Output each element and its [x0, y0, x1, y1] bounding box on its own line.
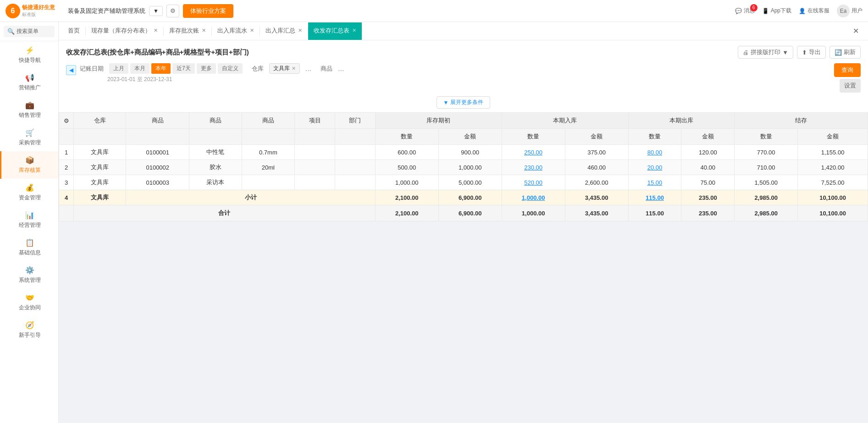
- sidebar-item-basic-info[interactable]: 📋 基础信息: [0, 234, 58, 261]
- row-in-qty[interactable]: 250.00: [502, 145, 565, 160]
- support-item[interactable]: 👤 在线客服: [799, 7, 829, 15]
- sidebar-item-marketing[interactable]: 📢 营销推广: [0, 69, 58, 96]
- support-icon: 👤: [799, 8, 806, 14]
- total-label: 合计: [74, 205, 376, 221]
- row-dept: [335, 160, 376, 175]
- subtotal-out-amt: 235.00: [681, 190, 735, 205]
- tab-close-inout-flow[interactable]: ✕: [250, 27, 254, 33]
- total-in-qty: 1,000.00: [502, 205, 565, 221]
- app-tag: 标准版: [22, 11, 55, 17]
- sidebar-item-cooperation[interactable]: 🤝 企业协同: [0, 289, 58, 316]
- row-out-qty[interactable]: 15.00: [628, 175, 681, 190]
- th-group-balance: 结存: [735, 113, 868, 129]
- filter-dots-1[interactable]: ...: [305, 65, 311, 73]
- subtotal-in-qty[interactable]: 1,000.00: [502, 190, 565, 205]
- sidebar-item-label: 快捷导航: [19, 56, 41, 64]
- download-item[interactable]: 📱 App下载: [762, 7, 791, 15]
- th-code-sub: [126, 129, 189, 145]
- row-num: 2: [59, 160, 74, 175]
- row-out-qty[interactable]: 20.00: [628, 160, 681, 175]
- tab-inout-summary[interactable]: 出入库汇总 ✕: [260, 22, 308, 40]
- tab-home[interactable]: 首页: [62, 22, 85, 40]
- row-out-amt: 120.00: [681, 145, 735, 160]
- date-last-month[interactable]: 上月: [109, 63, 128, 74]
- row-project: [295, 160, 335, 175]
- date-more[interactable]: 更多: [197, 63, 216, 74]
- purchase-icon: 🛒: [25, 128, 34, 137]
- table-settings-col-header[interactable]: ⚙: [59, 113, 74, 129]
- date-7days[interactable]: 近7天: [172, 63, 195, 74]
- data-table: ⚙ 仓库 商品 商品 商品 项目 部门 库存期初 本期入库 本期出库: [59, 112, 868, 221]
- sidebar-item-purchase[interactable]: 🛒 采购管理: [0, 124, 58, 151]
- th-goods-spec: 商品: [242, 113, 295, 129]
- sidebar-item-sales[interactable]: 💼 销售管理: [0, 96, 58, 124]
- tab-inout-flow[interactable]: 出入库流水 ✕: [212, 22, 260, 40]
- close-all-tabs[interactable]: ✕: [847, 27, 864, 35]
- operations-icon: 📊: [25, 211, 34, 220]
- total-out-amt: 235.00: [681, 205, 735, 221]
- sidebar-item-guide[interactable]: 🧭 新手引导: [0, 316, 58, 344]
- th-balance-amt: 金额: [798, 129, 868, 145]
- sidebar-item-label: 资金管理: [19, 194, 41, 202]
- sidebar-item-quick-nav[interactable]: ⚡ 快捷导航: [0, 41, 58, 69]
- sidebar-item-system[interactable]: ⚙️ 系统管理: [0, 261, 58, 289]
- tab-inventory-dist[interactable]: 现存量（库存分布表） ✕: [86, 22, 163, 40]
- total-opening-amt: 6,900.00: [438, 205, 502, 221]
- trial-button[interactable]: 体验行业方案: [183, 4, 233, 18]
- row-balance-qty: 710.00: [735, 160, 798, 175]
- notification-item[interactable]: 💬 消息 6: [735, 7, 755, 15]
- download-label: App下载: [771, 7, 791, 15]
- user-item[interactable]: Ea 用户: [837, 5, 862, 17]
- search-label: 搜索菜单: [17, 27, 39, 35]
- tab-close-inout-summary[interactable]: ✕: [298, 27, 302, 33]
- warehouse-label: 仓库: [252, 65, 264, 73]
- filter-collapse-btn[interactable]: ◀: [66, 65, 76, 75]
- row-out-qty[interactable]: 80.00: [628, 145, 681, 160]
- row-balance-qty: 770.00: [735, 145, 798, 160]
- filter-dots-2[interactable]: ...: [338, 65, 344, 73]
- tab-recv-send[interactable]: 收发存汇总表 ✕: [308, 22, 362, 40]
- support-label: 在线客服: [807, 7, 829, 15]
- tab-close-inventory-dist[interactable]: ✕: [154, 27, 158, 33]
- expand-conditions-btn[interactable]: ▼ 展开更多条件: [437, 96, 491, 109]
- system-icon: ⚙️: [25, 266, 34, 275]
- row-goods-code: 0100001: [126, 145, 189, 160]
- system-select-btn[interactable]: ▼: [149, 6, 163, 16]
- sidebar-item-operations[interactable]: 📊 经营管理: [0, 206, 58, 234]
- sidebar-item-finance[interactable]: 💰 资金管理: [0, 179, 58, 206]
- tab-close-recv-send[interactable]: ✕: [352, 27, 356, 33]
- export-icon: ⬆: [802, 49, 807, 56]
- th-goods-code: 商品: [126, 113, 189, 129]
- row-out-amt: 40.00: [681, 160, 735, 175]
- date-this-year[interactable]: 本年: [151, 63, 171, 74]
- row-in-amt: 2,600.00: [565, 175, 628, 190]
- tab-batch[interactable]: 库存批次账 ✕: [164, 22, 211, 40]
- notification-icon: 💬: [735, 8, 742, 14]
- sidebar-search[interactable]: 🔍 搜索菜单: [0, 22, 58, 41]
- settings-icon-btn[interactable]: ⚙: [166, 5, 179, 17]
- th-group-out: 本期出库: [628, 113, 735, 129]
- subtotal-out-qty[interactable]: 115.00: [628, 190, 681, 205]
- inventory-icon: 📦: [25, 156, 34, 165]
- subtotal-label: 小计: [126, 190, 375, 205]
- page-title: 收发存汇总表(按仓库+商品编码+商品+规格型号+项目+部门): [66, 48, 249, 57]
- sidebar-item-inventory[interactable]: 📦 库存核算: [0, 151, 58, 179]
- tab-close-batch[interactable]: ✕: [202, 27, 206, 33]
- cooperation-icon: 🤝: [25, 293, 34, 302]
- row-in-qty[interactable]: 230.00: [502, 160, 565, 175]
- row-opening-amt: 1,000.00: [438, 160, 502, 175]
- date-this-month[interactable]: 本月: [130, 63, 149, 74]
- print-button[interactable]: 🖨 拼接版打印 ▼: [738, 46, 793, 59]
- warehouse-tag-close[interactable]: ✕: [292, 66, 296, 71]
- basic-info-icon: 📋: [25, 238, 34, 247]
- query-button[interactable]: 查询: [834, 63, 861, 77]
- th-project: 项目: [295, 113, 335, 129]
- table-settings-button[interactable]: 设置: [840, 79, 861, 93]
- row-warehouse: 文具库: [74, 145, 126, 160]
- th-goods-name: 商品: [189, 113, 242, 129]
- row-in-qty[interactable]: 520.00: [502, 175, 565, 190]
- warehouse-filter-tag[interactable]: 文具库 ✕: [269, 63, 300, 74]
- date-custom[interactable]: 自定义: [218, 63, 243, 74]
- refresh-button[interactable]: 🔄 刷新: [829, 46, 861, 59]
- export-button[interactable]: ⬆ 导出: [797, 46, 826, 59]
